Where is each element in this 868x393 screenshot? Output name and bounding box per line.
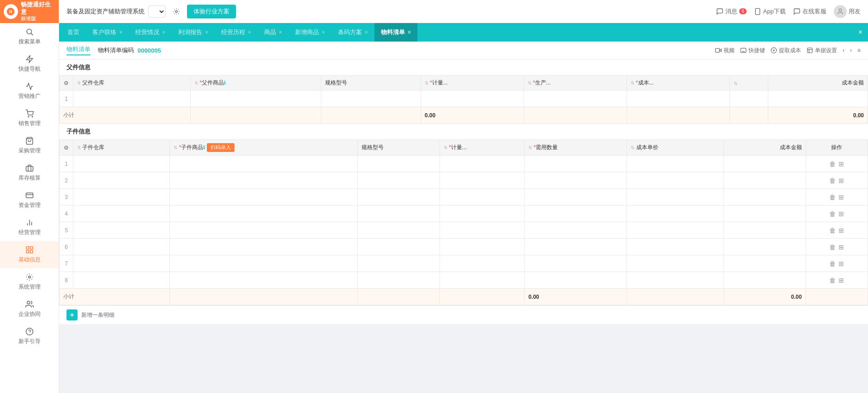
scan-input-btn[interactable]: 扫码录入 (207, 143, 235, 152)
delete-icon-1[interactable]: 🗑 (829, 160, 836, 168)
sidebar-item-enterprise[interactable]: 企业协同 (0, 296, 59, 323)
sidebar-item-basic-info[interactable]: 基础信息 (0, 241, 59, 268)
delete-icon-7[interactable]: 🗑 (829, 260, 836, 267)
sidebar-item-system[interactable]: 系统管理 (0, 268, 59, 296)
sidebar-item-search[interactable]: 搜索菜单 (0, 23, 59, 50)
child-qty-4[interactable] (524, 206, 627, 222)
gear-button[interactable] (169, 5, 183, 18)
child-warehouse-1[interactable] (73, 156, 170, 172)
child-unit-6[interactable] (440, 239, 524, 255)
child-cost-price-1[interactable] (627, 156, 723, 172)
parent-warehouse-1[interactable] (73, 91, 191, 107)
sidebar-item-guide[interactable]: 新手引导 (0, 323, 59, 350)
child-warehouse-5[interactable] (73, 222, 170, 239)
child-cost-price-7[interactable] (627, 255, 723, 272)
child-qty-3[interactable] (524, 189, 627, 206)
copy-icon-6[interactable]: ⊞ (838, 243, 844, 251)
sub-tab-bom-list[interactable]: 物料清单 (66, 45, 90, 55)
child-goods-6[interactable] (170, 239, 358, 255)
tab-bom-list[interactable]: 物料清单 × (374, 23, 417, 42)
copy-icon-5[interactable]: ⊞ (838, 227, 844, 234)
child-spec-8[interactable] (357, 272, 440, 289)
online-service-item[interactable]: 在线客服 (793, 7, 826, 16)
child-qty-6[interactable] (524, 239, 627, 255)
child-cost-price-3[interactable] (627, 189, 723, 206)
delete-icon-2[interactable]: 🗑 (829, 177, 836, 184)
copy-icon-3[interactable]: ⊞ (838, 193, 844, 201)
tab-barcode[interactable]: 条码方案 × (332, 23, 374, 42)
child-unit-7[interactable] (440, 255, 524, 272)
tab-customer[interactable]: 客户联络 × (86, 23, 129, 42)
tab-close-ops[interactable]: × (162, 29, 165, 36)
action-view[interactable]: 视频 (715, 47, 735, 54)
child-cost-price-2[interactable] (627, 172, 723, 189)
tab-close-bom[interactable]: × (408, 29, 411, 36)
tab-close-profit[interactable]: × (205, 29, 208, 36)
action-single-setting[interactable]: 单据设置 (807, 47, 837, 54)
action-shortcut[interactable]: 快捷键 (740, 47, 765, 54)
child-cost-price-4[interactable] (627, 206, 723, 222)
child-goods-1[interactable] (170, 156, 358, 172)
tab-goods[interactable]: 商品 × (258, 23, 289, 42)
child-goods-2[interactable] (170, 172, 358, 189)
delete-icon-8[interactable]: 🗑 (829, 277, 836, 284)
child-goods-8[interactable] (170, 272, 358, 289)
th-child-settings[interactable]: ⚙ (60, 140, 73, 156)
settings-icon[interactable]: ⚙ (64, 80, 69, 86)
child-unit-8[interactable] (440, 272, 524, 289)
child-goods-3[interactable] (170, 189, 358, 206)
tab-ops-history[interactable]: 经营历程 × (215, 23, 258, 42)
delete-icon-3[interactable]: 🗑 (829, 193, 836, 201)
th-parent-settings[interactable]: ⚙ (60, 76, 73, 91)
child-cost-price-5[interactable] (627, 222, 723, 239)
tab-close-hist[interactable]: × (248, 29, 251, 36)
nav-more[interactable]: ≡ (857, 47, 861, 54)
sidebar-item-quick-nav[interactable]: 快捷导航 (0, 50, 59, 78)
copy-icon-8[interactable]: ⊞ (838, 277, 844, 284)
experience-btn[interactable]: 体验行业方案 (187, 5, 236, 18)
child-unit-5[interactable] (440, 222, 524, 239)
delete-icon-5[interactable]: 🗑 (829, 227, 836, 234)
child-qty-2[interactable] (524, 172, 627, 189)
delete-icon-4[interactable]: 🗑 (829, 210, 836, 218)
copy-icon-7[interactable]: ⊞ (838, 260, 844, 267)
delete-icon-6[interactable]: 🗑 (829, 243, 836, 251)
child-unit-1[interactable] (440, 156, 524, 172)
close-all-tabs[interactable]: × (855, 28, 866, 36)
parent-cost-1[interactable] (627, 91, 729, 107)
child-warehouse-3[interactable] (73, 189, 170, 206)
system-select[interactable] (148, 6, 166, 18)
nav-prev[interactable]: ‹ (843, 47, 844, 54)
child-qty-8[interactable] (524, 272, 627, 289)
child-unit-2[interactable] (440, 172, 524, 189)
child-warehouse-8[interactable] (73, 272, 170, 289)
child-warehouse-7[interactable] (73, 255, 170, 272)
child-spec-7[interactable] (357, 255, 440, 272)
child-warehouse-6[interactable] (73, 239, 170, 255)
sidebar-item-sales[interactable]: 销售管理 (0, 105, 59, 132)
sidebar-item-inventory[interactable]: 库存核算 (0, 159, 59, 187)
parent-production-1[interactable] (524, 91, 627, 107)
parent-unit-1[interactable] (421, 91, 524, 107)
child-goods-4[interactable] (170, 206, 358, 222)
action-cost[interactable]: 提取成本 (771, 47, 801, 54)
message-item[interactable]: 消息 6 (716, 7, 747, 16)
child-unit-4[interactable] (440, 206, 524, 222)
child-spec-6[interactable] (357, 239, 440, 255)
child-warehouse-4[interactable] (73, 206, 170, 222)
child-cost-price-6[interactable] (627, 239, 723, 255)
child-spec-5[interactable] (357, 222, 440, 239)
child-qty-5[interactable] (524, 222, 627, 239)
copy-icon-1[interactable]: ⊞ (838, 160, 844, 168)
child-spec-2[interactable] (357, 172, 440, 189)
tab-close-new-goods[interactable]: × (322, 29, 325, 36)
child-unit-3[interactable] (440, 189, 524, 206)
child-qty-7[interactable] (524, 255, 627, 272)
tab-close-customer[interactable]: × (119, 29, 122, 36)
sidebar-item-finance[interactable]: 资金管理 (0, 187, 59, 214)
tab-close-goods[interactable]: × (279, 29, 282, 36)
child-spec-1[interactable] (357, 156, 440, 172)
user-item[interactable]: 用友 (834, 5, 861, 18)
copy-icon-2[interactable]: ⊞ (838, 177, 844, 184)
sidebar-item-marketing[interactable]: 营销推广 (0, 78, 59, 105)
